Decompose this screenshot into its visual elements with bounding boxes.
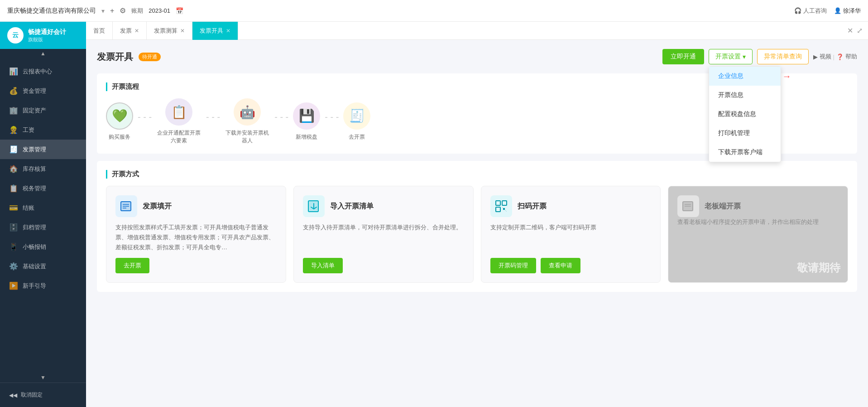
cancel-fixed-button[interactable]: ◀◀ 取消固定 bbox=[0, 387, 86, 403]
tab-invoice-calc[interactable]: 发票测算 ✕ bbox=[147, 22, 192, 40]
sidebar-item-label: 库存核算 bbox=[23, 165, 46, 173]
sidebar-item-tax[interactable]: 📋 税务管理 bbox=[0, 179, 86, 198]
fill-card-desc: 支持按照发票样式手工填开发票；可开具增值税电子普通发票、增值税普通发票、增值税专… bbox=[115, 223, 277, 252]
sidebar-item-fixed-assets[interactable]: 🏢 固定资产 bbox=[0, 101, 86, 120]
scan-view-apply-btn[interactable]: 查看申请 bbox=[541, 258, 580, 273]
sidebar-item-label: 固定资产 bbox=[23, 107, 46, 115]
activate-button[interactable]: 立即开通 bbox=[662, 49, 704, 64]
methods-section-title: 开票方式 bbox=[106, 170, 848, 179]
boss-card-desc: 查看老板端小程序提交的开票申请，并作出相应的处理 bbox=[677, 217, 839, 227]
methods-grid: 发票填开 支持按照发票样式手工填开发票；可开具增值税电子普通发票、增值税普通发票… bbox=[106, 186, 848, 283]
calendar-icon[interactable]: 📅 bbox=[176, 7, 183, 15]
flow-step-2-label: 企业开通配置开票六要素 bbox=[156, 129, 201, 145]
sidebar-item-inventory[interactable]: 🏠 库存核算 bbox=[0, 159, 86, 179]
settlement-icon: 💳 bbox=[9, 204, 18, 212]
period-label: 账期 bbox=[131, 7, 143, 15]
basic-icon: ⚙️ bbox=[9, 262, 18, 271]
dropdown-item-invoice-info[interactable]: 开票信息 bbox=[709, 86, 781, 105]
tab-invoice-close[interactable]: ✕ bbox=[134, 28, 139, 34]
sidebar-item-expense[interactable]: 📱 小畅报销 bbox=[0, 237, 86, 257]
tab-invoice-issue-close[interactable]: ✕ bbox=[226, 28, 230, 34]
overlay-text: 敬请期待 bbox=[797, 261, 840, 275]
salary-icon: 👷 bbox=[9, 126, 18, 134]
settings-icon[interactable]: ⚙ bbox=[120, 6, 126, 15]
red-arrow-icon: → bbox=[782, 71, 791, 82]
abnormal-button[interactable]: 异常清单查询 bbox=[757, 49, 809, 64]
sidebar-scroll-up[interactable]: ▲ bbox=[40, 50, 46, 57]
funds-icon: 💰 bbox=[9, 87, 18, 95]
method-card-import: 导入开票清单 支持导入待开票清单，可对待开票清单进行拆分、合并处理。 导入清单 bbox=[293, 186, 474, 283]
app-logo: 云 bbox=[7, 27, 24, 44]
flow-arrow-4: - - - bbox=[320, 112, 343, 122]
sidebar-scroll-down[interactable]: ▼ bbox=[40, 374, 46, 381]
close-icon[interactable]: ✕ bbox=[847, 26, 853, 35]
fill-card-btn[interactable]: 去开票 bbox=[115, 258, 149, 273]
settings-button[interactable]: 开票设置 ▾ bbox=[709, 49, 753, 64]
logo-char: 云 bbox=[12, 31, 19, 39]
invoice-icon: 🧾 bbox=[9, 145, 18, 154]
tax-icon: 📋 bbox=[9, 184, 18, 193]
method-card-boss: 老板端开票 查看老板端小程序提交的开票申请，并作出相应的处理 敬请期待 bbox=[668, 186, 848, 283]
dropdown-item-printer[interactable]: 打印机管理 bbox=[709, 124, 781, 143]
sidebar-item-guide[interactable]: ▶️ 新手引导 bbox=[0, 276, 86, 296]
sidebar-item-label: 结账 bbox=[23, 204, 34, 212]
add-icon[interactable]: + bbox=[110, 7, 114, 15]
consult-label: 人工咨询 bbox=[803, 7, 827, 15]
sidebar-item-label: 基础设置 bbox=[23, 262, 46, 271]
import-card-title: 导入开票清单 bbox=[330, 202, 374, 211]
svg-rect-9 bbox=[496, 207, 500, 212]
settings-label: 开票设置 bbox=[715, 53, 741, 61]
tab-home-label: 首页 bbox=[93, 27, 105, 35]
cancel-fixed-label: 取消固定 bbox=[21, 391, 43, 399]
help-label[interactable]: 帮助 bbox=[845, 53, 857, 61]
sidebar-item-settlement[interactable]: 💳 结账 bbox=[0, 198, 86, 218]
tab-home[interactable]: 首页 bbox=[86, 22, 113, 40]
sidebar-item-label: 资金管理 bbox=[23, 87, 46, 95]
video-label[interactable]: 视频 bbox=[820, 53, 831, 61]
sidebar-item-cloud-reports[interactable]: 📊 云报表中心 bbox=[0, 62, 86, 81]
svg-rect-7 bbox=[496, 201, 500, 205]
app-name: 畅捷通好会计 bbox=[28, 28, 66, 36]
dropdown-item-tax-disk[interactable]: 配置税盘信息 bbox=[709, 105, 781, 124]
period-value: 2023-01 bbox=[149, 7, 170, 14]
sidebar-item-label: 云报表中心 bbox=[23, 68, 52, 76]
import-card-btn[interactable]: 导入清单 bbox=[303, 258, 343, 273]
cloud-reports-icon: 📊 bbox=[9, 67, 18, 76]
scan-icon bbox=[490, 195, 512, 217]
scan-card-title: 扫码开票 bbox=[518, 202, 547, 211]
dropdown-item-company[interactable]: 企业信息 → bbox=[709, 67, 781, 86]
sidebar-item-basic[interactable]: ⚙️ 基础设置 bbox=[0, 257, 86, 276]
flow-step-4-label: 新增税盘 bbox=[296, 133, 317, 141]
play-icon[interactable]: ▶ bbox=[813, 53, 818, 60]
expand-icon[interactable]: ⤢ bbox=[857, 26, 863, 35]
sidebar-item-label: 小畅报销 bbox=[23, 243, 46, 251]
sidebar-item-label: 工资 bbox=[23, 126, 34, 134]
expense-icon: 📱 bbox=[9, 242, 18, 251]
tab-invoice-calc-close[interactable]: ✕ bbox=[180, 28, 185, 34]
company-dropdown-icon[interactable]: ▾ bbox=[101, 7, 105, 15]
inventory-icon: 🏠 bbox=[9, 165, 18, 173]
dropdown-item-download-client[interactable]: 下载开票客户端 bbox=[709, 143, 781, 162]
boss-card-title: 老板端开票 bbox=[705, 202, 741, 211]
page-title: 发票开具 bbox=[97, 51, 133, 63]
separator1: | bbox=[833, 53, 834, 60]
sidebar-item-funds[interactable]: 💰 资金管理 bbox=[0, 81, 86, 101]
tab-invoice-issue[interactable]: 发票开具 ✕ bbox=[192, 22, 238, 40]
settings-chevron-icon: ▾ bbox=[743, 53, 746, 60]
headset-icon: 🎧 bbox=[794, 7, 801, 14]
flow-step-1-label: 购买服务 bbox=[109, 133, 130, 141]
svg-line-11 bbox=[502, 207, 507, 212]
tab-invoice[interactable]: 发票 ✕ bbox=[113, 22, 147, 40]
sidebar-item-label: 发票管理 bbox=[23, 145, 46, 154]
sidebar-item-salary[interactable]: 👷 工资 bbox=[0, 120, 86, 140]
fill-icon bbox=[115, 195, 137, 217]
scan-code-mgmt-btn[interactable]: 开票码管理 bbox=[490, 258, 536, 273]
settings-dropdown: 企业信息 → 开票信息 配置税盘信息 打印机管理 bbox=[709, 66, 781, 162]
consult-button[interactable]: 🎧 人工咨询 bbox=[794, 7, 827, 15]
user-button[interactable]: 👤 徐泽华 bbox=[834, 7, 861, 15]
import-icon bbox=[303, 195, 325, 217]
flow-step-3-label: 下载并安装开票机器人 bbox=[225, 129, 270, 145]
sidebar-item-invoice[interactable]: 🧾 发票管理 bbox=[0, 140, 86, 159]
flow-step-2: 📋 企业开通配置开票六要素 bbox=[156, 98, 201, 145]
sidebar-item-archive[interactable]: 🗄️ 归档管理 bbox=[0, 218, 86, 237]
